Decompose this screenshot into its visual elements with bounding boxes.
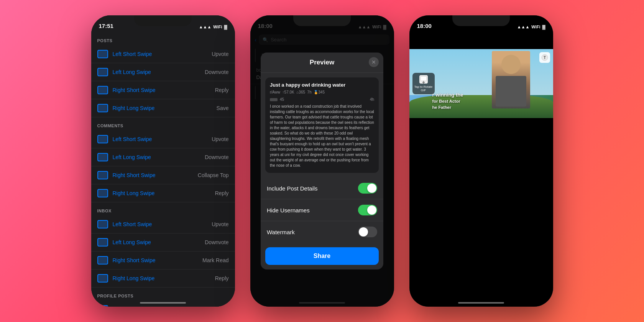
swipe-icon [97, 220, 108, 228]
swipe-icon [97, 104, 108, 112]
row-inbox-right-short[interactable]: Right Short Swipe Mark Read [91, 251, 235, 269]
comment-avatar [270, 98, 278, 101]
toggle-include-post[interactable] [358, 183, 377, 194]
row-posts-left-short[interactable]: Left Short Swipe Upvote [91, 45, 235, 63]
preview-comment-user-row: 45 4h [270, 97, 374, 102]
signal-icon-3: ▲▲▲ [517, 25, 530, 29]
swipe-label: Left Long Swipe [113, 69, 205, 75]
swipe-label: Right Short Swipe [113, 257, 203, 263]
modal-title: Preview [310, 59, 334, 66]
watermark-icon: T [539, 52, 550, 63]
swipe-action: Reply [215, 190, 229, 196]
toggle-include-post-label: Include Post Details [267, 185, 318, 192]
row-comments-right-short[interactable]: Right Short Swipe Collapse Top [91, 166, 235, 184]
phone-2: 18:00 ▲▲▲ WiFi ▓ ‹ 🔍 Search 5 more repli… [250, 15, 394, 307]
svg-text:T: T [543, 56, 545, 60]
phone-1-screen: 17:51 ▲▲▲ WiFi ▓ POSTS Left Short Swipe … [91, 15, 235, 307]
swipe-action: Downvote [205, 154, 228, 160]
toggle-hide-usernames-label: Hide Usernames [267, 207, 310, 214]
toggle-hide-usernames-row[interactable]: Hide Usernames [261, 199, 383, 221]
swipe-action: Mark Read [202, 257, 228, 263]
toggle-watermark-row[interactable]: Watermark [261, 221, 383, 243]
swipe-action: Downvote [205, 239, 228, 245]
row-comments-left-long[interactable]: Left Long Swipe Downvote [91, 148, 235, 166]
section-inbox: INBOX [91, 202, 235, 215]
row-posts-left-long[interactable]: Left Long Swipe Downvote [91, 63, 235, 81]
share-button[interactable]: Share [265, 247, 379, 265]
preview-post-meta: r/Aww ↑57.0K ⌂365 7h 🏅345 [270, 90, 374, 94]
swipe-icon [97, 68, 108, 76]
swipe-icon [97, 305, 108, 307]
swipe-icon [97, 135, 108, 143]
swipe-action: Upvote [212, 51, 228, 57]
home-indicator-1 [140, 302, 186, 304]
time-3: 18:00 [417, 23, 432, 29]
status-icons-1: ▲▲▲ WiFi ▓ [199, 25, 227, 29]
section-comments: COMMENTS [91, 117, 235, 130]
preview-post-title: Just a happy owl drinking water [270, 82, 374, 88]
wifi-icon: WiFi [213, 25, 222, 29]
preview-karma: 45 [280, 97, 284, 102]
status-icons-3: ▲▲▲ WiFi ▓ [517, 25, 545, 29]
caption-line-2: for Best Actor [432, 99, 549, 104]
video-thumbnail: Tap to Rotate GIF T r winning the for Be… [409, 49, 553, 118]
swipe-icon [97, 50, 108, 58]
row-posts-right-short[interactable]: Right Short Swipe Reply [91, 81, 235, 99]
status-bar-1: 17:51 ▲▲▲ WiFi ▓ [91, 15, 235, 32]
swipe-label: Left Short Swipe [113, 51, 212, 57]
section-posts: POSTS [91, 32, 235, 45]
row-comments-right-long[interactable]: Right Long Swipe Reply [91, 184, 235, 202]
swipe-icon [97, 189, 108, 197]
swipe-icon [97, 171, 108, 179]
status-bar-3: 18:00 ▲▲▲ WiFi ▓ [409, 15, 553, 32]
swipe-label: Left Long Swipe [113, 239, 205, 245]
row-inbox-left-short[interactable]: Left Short Swipe Upvote [91, 215, 235, 233]
wifi-icon-3: WiFi [531, 25, 540, 29]
rotate-icon [419, 75, 428, 84]
preview-comment-time: 4h [370, 97, 374, 102]
swipe-action: Downvote [205, 69, 228, 75]
swipe-label: Right Long Swipe [113, 190, 215, 196]
signal-icon: ▲▲▲ [199, 25, 212, 29]
row-inbox-left-long[interactable]: Left Long Swipe Downvote [91, 233, 235, 251]
swipe-icon [97, 153, 108, 161]
video-caption: r winning the for Best Actor he Father [432, 92, 549, 110]
swipe-label: Right Long Swipe [113, 105, 217, 111]
toggle-include-post-row[interactable]: Include Post Details [261, 177, 383, 199]
swipe-action: Reply [215, 275, 229, 281]
row-posts-right-long[interactable]: Right Long Swipe Save [91, 99, 235, 117]
swipe-icon [97, 256, 108, 264]
modal-header: Preview ✕ [261, 53, 383, 73]
swipe-label: Left Short Swipe [113, 136, 212, 142]
battery-icon: ▓ [224, 25, 227, 29]
toggle-hide-usernames[interactable] [358, 205, 377, 215]
svg-rect-0 [421, 76, 427, 81]
phone-1-content[interactable]: POSTS Left Short Swipe Upvote Left Long … [91, 32, 235, 307]
video-player[interactable]: Tap to Rotate GIF T r winning the for Be… [409, 49, 553, 118]
preview-comment-text: I once worked on a road construction job… [270, 104, 374, 168]
modal-overlay[interactable]: Preview ✕ Just a happy owl drinking wate… [250, 15, 394, 307]
caption-line-3: he Father [432, 105, 549, 110]
subreddit: r/Aww [270, 90, 280, 94]
phone-1: 17:51 ▲▲▲ WiFi ▓ POSTS Left Short Swipe … [91, 15, 235, 307]
preview-card: Just a happy owl drinking water r/Aww ↑5… [265, 77, 379, 173]
swipe-action: Upvote [212, 221, 228, 227]
preview-modal: Preview ✕ Just a happy owl drinking wate… [261, 53, 383, 269]
modal-close-button[interactable]: ✕ [369, 57, 379, 67]
swipe-icon [97, 274, 108, 283]
swipe-label: Left Short Swipe [113, 221, 212, 227]
swipe-label: Right Short Swipe [113, 87, 215, 93]
rotate-text: Tap to Rotate GIF [414, 85, 433, 92]
section-profile-posts: PROFILE POSTS [91, 288, 235, 301]
row-profile-left-short[interactable]: Left Short Swipe Upvote [91, 301, 235, 307]
rotate-label[interactable]: Tap to Rotate GIF [412, 73, 435, 94]
phone-3: 18:00 ▲▲▲ WiFi ▓ [409, 15, 553, 307]
toggle-watermark[interactable] [358, 227, 377, 237]
row-comments-left-short[interactable]: Left Short Swipe Upvote [91, 130, 235, 148]
swipe-label: Right Long Swipe [113, 275, 215, 281]
swipe-label: Left Long Swipe [113, 154, 205, 160]
swipe-label: Right Short Swipe [113, 172, 198, 178]
battery-icon-3: ▓ [542, 25, 545, 29]
toggle-watermark-label: Watermark [267, 229, 295, 235]
row-inbox-right-long[interactable]: Right Long Swipe Reply [91, 269, 235, 288]
